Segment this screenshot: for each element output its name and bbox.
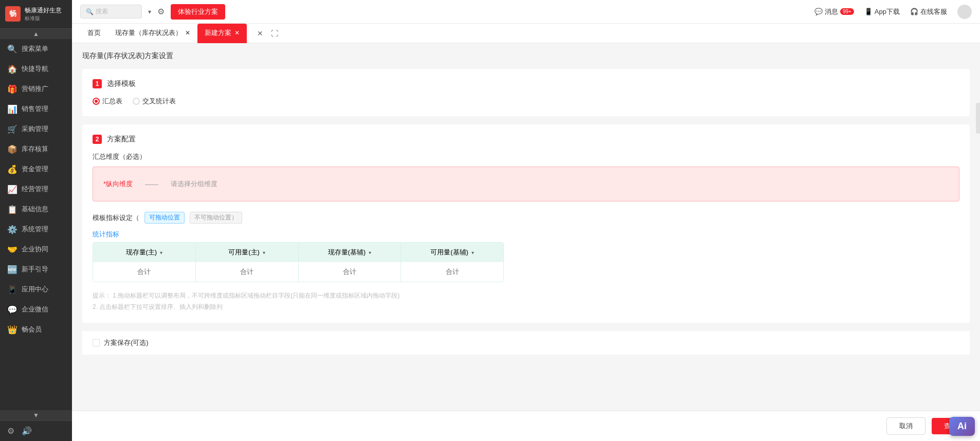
chevron-down-icon[interactable]: ▾ (263, 250, 265, 255)
topbar: 🔍 搜索 ▾ ⚙ 体验行业方案 💬 消息 99+ 📱 App下载 🎧 在线客服 (72, 0, 980, 24)
sidebar-item-appcenter[interactable]: 📱 应用中心 (0, 280, 72, 300)
tip-2: 2. 点击标题栏下拉可设置排序、插入列和删除列 (93, 302, 959, 313)
search-icon: 🔍 (7, 44, 17, 54)
app-download-label: App下载 (875, 7, 900, 16)
stats-col-2-header[interactable]: 可用量(主) ▾ (196, 243, 299, 262)
sidebar-item-finance[interactable]: 💰 资金管理 (0, 159, 72, 179)
sidebar: 畅 畅康通好生意 标准版 ▲ 🔍 搜索菜单 🏠 快捷导航 🎁 营销推广 📊 销售… (0, 0, 72, 441)
main-area: 🔍 搜索 ▾ ⚙ 体验行业方案 💬 消息 99+ 📱 App下载 🎧 在线客服 (72, 0, 980, 441)
search-placeholder: 搜索 (96, 7, 108, 16)
sidebar-item-enterprise[interactable]: 🤝 企业协同 (0, 240, 72, 260)
chevron-down-icon[interactable]: ▾ (471, 250, 474, 255)
cart-icon: 🛒 (7, 124, 17, 134)
tips-section: 提示： 1.拖动标题栏可以调整布局，不可跨维度或指标区域拖动栏目字段(只能在同一… (93, 290, 959, 313)
sidebar-item-quicknav[interactable]: 🏠 快捷导航 (0, 59, 72, 79)
section2-header: 2 方案配置 (93, 135, 959, 144)
chevron-down-icon[interactable]: ▾ (369, 250, 371, 255)
stats-table-body: 合计 合计 合计 合计 (93, 262, 503, 282)
sidebar-item-inventory[interactable]: 📦 库存核算 (0, 139, 72, 159)
chart-icon: 📊 (7, 104, 17, 114)
stats-col-4-body: 合计 (401, 262, 503, 282)
footer-bar: 取消 查询 (72, 411, 980, 441)
sidebar-item-basic[interactable]: 📋 基础信息 (0, 199, 72, 219)
stats-col-4-label: 可用量(基辅) (430, 248, 468, 257)
message-item[interactable]: 💬 消息 99+ (814, 7, 854, 16)
sidebar-item-system[interactable]: ⚙️ 系统管理 (0, 219, 72, 240)
online-service-label: 在线客服 (920, 7, 947, 16)
section2-number: 2 (93, 135, 102, 144)
sidebar-item-sales[interactable]: 📊 销售管理 (0, 99, 72, 119)
stats-col-2-body: 合计 (196, 262, 299, 282)
stats-col-1-label: 现存量(主) (126, 248, 157, 257)
resize-handle[interactable] (976, 103, 980, 134)
sidebar-item-search[interactable]: 🔍 搜索菜单 (0, 39, 72, 59)
brand-name: 畅康通好生意 (25, 6, 62, 15)
app-download-item[interactable]: 📱 App下载 (864, 7, 900, 16)
radio-summary-dot (93, 98, 100, 105)
close-window-icon[interactable]: ✕ (255, 28, 265, 39)
cancel-button[interactable]: 取消 (886, 417, 925, 435)
chevron-down-icon[interactable]: ▾ (160, 250, 162, 255)
ai-button[interactable]: Ai (949, 417, 975, 436)
sound-footer-icon[interactable]: 🔊 (22, 426, 32, 436)
stats-col-2-label: 可用量(主) (228, 248, 260, 257)
search-box[interactable]: 🔍 搜索 (80, 5, 142, 19)
sidebar-nav: 🔍 搜索菜单 🏠 快捷导航 🎁 营销推广 📊 销售管理 🛒 采购管理 📦 库存核… (0, 39, 72, 410)
stats-col-3-header[interactable]: 现存量(基辅) ▾ (299, 243, 402, 262)
radio-cross[interactable]: 交叉统计表 (133, 97, 176, 106)
experience-btn[interactable]: 体验行业方案 (171, 4, 225, 20)
brand-edition: 标准版 (25, 15, 62, 22)
sidebar-item-purchase[interactable]: 🛒 采购管理 (0, 119, 72, 139)
sidebar-item-label: 企业微信 (22, 305, 48, 314)
dropdown-arrow-icon[interactable]: ▾ (148, 8, 151, 15)
message-icon: 💬 (814, 8, 823, 15)
settings-footer-icon[interactable]: ⚙ (7, 426, 14, 436)
handshake-icon: 🤝 (7, 245, 17, 254)
page-title: 现存量(库存状况表)方案设置 (82, 51, 970, 61)
money-icon: 💰 (7, 164, 17, 174)
message-label: 消息 (825, 7, 838, 16)
indicator-settings-label: 模板指标设定（ (93, 213, 139, 223)
save-checkbox[interactable] (93, 339, 100, 346)
tab-inventory-close-icon[interactable]: ✕ (185, 29, 190, 36)
sidebar-item-marketing[interactable]: 🎁 营销推广 (0, 79, 72, 99)
headset-icon: 🎧 (910, 8, 918, 15)
stats-table: 现存量(主) ▾ 可用量(主) ▾ 现存量(基辅) ▾ 可用量(基辅) (93, 242, 504, 282)
tab-new-plan[interactable]: 新建方案 ✕ (197, 24, 247, 43)
chat-icon: 💬 (7, 305, 17, 315)
phone-icon: 📱 (864, 8, 873, 15)
non-draggable-badge: 不可拖动位置） (190, 212, 242, 224)
sidebar-item-label: 销售管理 (22, 104, 48, 114)
stats-col-4-header[interactable]: 可用量(基辅) ▾ (401, 243, 503, 262)
stats-col-1-header[interactable]: 现存量(主) ▾ (93, 243, 196, 262)
sidebar-item-newguide[interactable]: 🆕 新手引导 (0, 260, 72, 280)
sidebar-item-operation[interactable]: 📈 经营管理 (0, 179, 72, 199)
bar-chart-icon: 📈 (7, 185, 17, 194)
settings-icon[interactable]: ⚙ (157, 7, 165, 16)
sidebar-item-wechat[interactable]: 💬 企业微信 (0, 300, 72, 320)
avatar[interactable] (957, 5, 972, 19)
crown-icon: 👑 (7, 325, 17, 335)
doc-icon: 📋 (7, 205, 17, 214)
tab-home[interactable]: 首页 (80, 24, 108, 43)
dimension-box[interactable]: *纵向维度 —— 请选择分组维度 (93, 167, 959, 201)
expand-window-icon[interactable]: ⛶ (269, 28, 280, 39)
section-choose-template: 1 选择模板 汇总表 交叉统计表 (82, 69, 970, 116)
sidebar-scroll-down[interactable]: ▼ (0, 410, 72, 420)
draggable-badge: 可拖动位置 (144, 212, 185, 224)
stats-title: 统计指标 (93, 230, 959, 239)
sidebar-item-label: 搜索菜单 (22, 44, 48, 53)
tab-new-plan-close-icon[interactable]: ✕ (234, 29, 240, 36)
online-service-item[interactable]: 🎧 在线客服 (910, 7, 947, 16)
sidebar-item-label: 经营管理 (22, 185, 48, 194)
sidebar-item-member[interactable]: 👑 畅会员 (0, 320, 72, 340)
dimension-placeholder: 请选择分组维度 (171, 179, 217, 189)
content-area: 现存量(库存状况表)方案设置 1 选择模板 汇总表 交叉统计表 2 (72, 43, 980, 411)
stats-col-1-body: 合计 (93, 262, 196, 282)
radio-summary[interactable]: 汇总表 (93, 97, 122, 106)
tab-inventory-status[interactable]: 现存量（库存状况表） ✕ (108, 24, 197, 43)
gift-icon: 🎁 (7, 84, 17, 94)
sidebar-item-label: 营销推广 (22, 84, 48, 94)
sidebar-item-label: 应用中心 (22, 285, 48, 294)
sidebar-scroll-up[interactable]: ▲ (0, 29, 72, 39)
